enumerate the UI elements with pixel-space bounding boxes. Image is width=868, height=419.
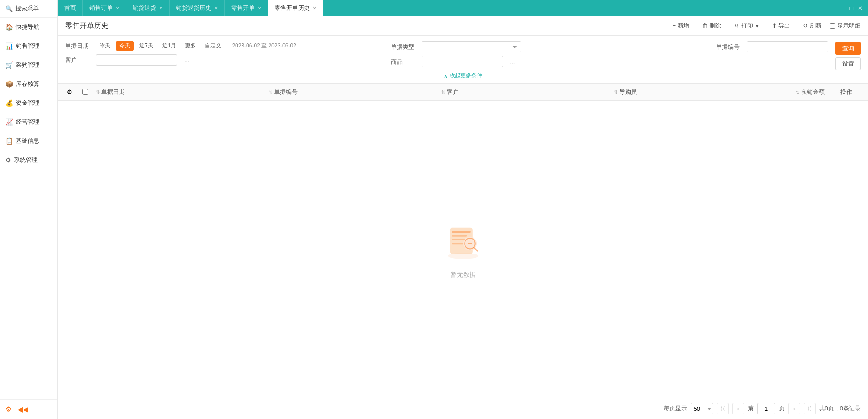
operations-icon: 📈 bbox=[5, 118, 13, 126]
col-salesperson-label: 导购员 bbox=[619, 88, 637, 96]
type-select[interactable] bbox=[422, 41, 521, 52]
settings-icon[interactable]: ⚙ bbox=[5, 405, 12, 414]
sidebar-item-basic-info[interactable]: 📋 基础信息 bbox=[0, 132, 57, 151]
svg-rect-2 bbox=[452, 231, 471, 233]
col-customer-sort-icon[interactable]: ⇅ bbox=[441, 89, 445, 94]
tab-home[interactable]: 首页 bbox=[58, 0, 83, 16]
print-dropdown-icon[interactable]: ▼ bbox=[755, 24, 759, 28]
sidebar-item-quick-nav[interactable]: 🏠 快捷导航 bbox=[0, 18, 57, 37]
sidebar-item-operations[interactable]: 📈 经营管理 bbox=[0, 113, 57, 132]
tab-sales-return-history[interactable]: 销货退货历史 ✕ bbox=[170, 0, 225, 16]
page-suffix: 页 bbox=[779, 405, 785, 413]
export-button[interactable]: ⬆ 导出 bbox=[768, 20, 795, 32]
date-btn-today[interactable]: 今天 bbox=[116, 41, 134, 51]
tab-retail-open-close[interactable]: ✕ bbox=[257, 5, 261, 11]
tab-retail-open-history[interactable]: 零售开单历史 ✕ bbox=[268, 0, 323, 16]
col-amount-sort-icon[interactable]: ⇅ bbox=[796, 90, 799, 95]
date-btn-7days[interactable]: 近7天 bbox=[136, 41, 157, 51]
settings-button[interactable]: 设置 bbox=[835, 57, 861, 70]
svg-rect-4 bbox=[452, 239, 465, 240]
customer-dots: ... bbox=[185, 56, 190, 63]
collapse-filter-label: 收起更多条件 bbox=[450, 72, 482, 80]
first-page-btn[interactable]: ⟨⟨ bbox=[717, 403, 729, 414]
sidebar-search[interactable]: 🔍 搜索采单 bbox=[0, 0, 57, 18]
customer-input[interactable] bbox=[96, 54, 177, 66]
svg-rect-3 bbox=[452, 235, 467, 236]
empty-text: 暂无数据 bbox=[451, 271, 476, 279]
table-select-all-col[interactable] bbox=[78, 89, 92, 95]
show-detail-checkbox[interactable]: 显示明细 bbox=[830, 22, 861, 30]
collapse-filter-button[interactable]: ∧ 收起更多条件 bbox=[65, 71, 861, 80]
total-info: 共0页，0条记录 bbox=[819, 405, 861, 413]
next-page-btn[interactable]: ＞ bbox=[788, 403, 800, 414]
table-area: ⚙ ⇅ 单据日期 ⇅ 单据编号 ⇅ 客户 ⇅ 导购员 ⇅ bbox=[58, 84, 868, 419]
delete-label: 🗑 删除 bbox=[702, 22, 721, 30]
sidebar-item-sys-mgmt[interactable]: ⚙ 系统管理 bbox=[0, 151, 57, 169]
tab-sales-return[interactable]: 销货退货 ✕ bbox=[126, 0, 170, 16]
table-gear-icon[interactable]: ⚙ bbox=[67, 89, 72, 95]
collapse-arrow-icon: ∧ bbox=[444, 73, 448, 79]
date-btn-more[interactable]: 更多 bbox=[181, 41, 199, 51]
sidebar-item-label: 系统管理 bbox=[14, 156, 38, 164]
tab-sales-order[interactable]: 销售订单 ✕ bbox=[83, 0, 126, 16]
number-filter-label: 单据编号 bbox=[716, 43, 741, 51]
date-btn-yesterday[interactable]: 昨天 bbox=[96, 41, 114, 51]
col-number-sort-icon[interactable]: ⇅ bbox=[269, 89, 272, 94]
tab-sales-return-close[interactable]: ✕ bbox=[159, 5, 163, 11]
sidebar-item-finance[interactable]: 💰 资金管理 bbox=[0, 94, 57, 113]
tab-retail-open[interactable]: 零售开单 ✕ bbox=[225, 0, 268, 16]
prev-page-btn[interactable]: ＜ bbox=[732, 403, 744, 414]
tab-sales-order-label: 销售订单 bbox=[89, 4, 113, 12]
sidebar-item-inventory[interactable]: 📦 库存核算 bbox=[0, 75, 57, 94]
sidebar-bottom: ⚙ ◀◀ bbox=[0, 399, 57, 419]
page-input[interactable] bbox=[757, 403, 775, 414]
tab-sales-return-history-close[interactable]: ✕ bbox=[214, 5, 218, 11]
show-detail-input[interactable] bbox=[830, 23, 835, 29]
maximize-btn[interactable]: □ bbox=[849, 5, 853, 12]
table-settings-col[interactable]: ⚙ bbox=[62, 89, 78, 95]
goods-input[interactable] bbox=[422, 56, 503, 67]
last-page-btn[interactable]: ⟩⟩ bbox=[804, 403, 816, 414]
export-label: ⬆ 导出 bbox=[772, 22, 791, 30]
per-page-label: 每页显示 bbox=[664, 405, 687, 413]
minimize-btn[interactable]: — bbox=[839, 5, 845, 12]
select-all-checkbox[interactable] bbox=[82, 89, 88, 95]
refresh-button[interactable]: ↻ 刷新 bbox=[798, 20, 826, 32]
filter-row-type: 单据类型 bbox=[391, 41, 709, 52]
add-button[interactable]: + 新增 bbox=[668, 20, 693, 32]
close-btn-window[interactable]: ✕ bbox=[858, 5, 863, 12]
filter-row-date: 单据日期 昨天 今天 近7天 近1月 更多 自定义 2023-06-02 至 2… bbox=[65, 41, 384, 51]
tab-sales-order-close[interactable]: ✕ bbox=[115, 5, 119, 11]
col-actions-label: 操作 bbox=[840, 89, 852, 95]
svg-line-8 bbox=[474, 247, 477, 251]
toolbar-actions: + 新增 🗑 删除 🖨 打印 ▼ ⬆ 导出 ↻ 刷新 显示明细 bbox=[668, 20, 861, 32]
purchase-icon: 🛒 bbox=[5, 61, 13, 69]
date-btn-1month[interactable]: 近1月 bbox=[159, 41, 180, 51]
collapse-sidebar-icon[interactable]: ◀◀ bbox=[17, 405, 28, 414]
goods-dots: ... bbox=[510, 58, 515, 65]
refresh-label: ↻ 刷新 bbox=[803, 22, 821, 30]
sidebar: 🔍 搜索采单 🏠 快捷导航 📊 销售管理 🛒 采购管理 📦 库存核算 💰 资金管… bbox=[0, 0, 58, 419]
date-btn-custom[interactable]: 自定义 bbox=[201, 41, 225, 51]
tab-retail-open-history-close[interactable]: ✕ bbox=[313, 5, 317, 11]
number-input[interactable] bbox=[747, 41, 828, 52]
col-number-label: 单据编号 bbox=[274, 88, 298, 96]
tab-home-label: 首页 bbox=[64, 4, 76, 12]
query-button[interactable]: 查询 bbox=[835, 42, 861, 55]
per-page-select[interactable]: 50 10 20 100 bbox=[691, 403, 713, 414]
sidebar-item-label: 经营管理 bbox=[16, 118, 39, 126]
delete-button[interactable]: 🗑 删除 bbox=[697, 20, 726, 32]
col-salesperson: ⇅ 导购员 bbox=[610, 88, 783, 96]
filter-area: 单据日期 昨天 今天 近7天 近1月 更多 自定义 2023-06-02 至 2… bbox=[58, 36, 868, 84]
col-customer: ⇅ 客户 bbox=[438, 88, 611, 96]
col-date-sort-icon[interactable]: ⇅ bbox=[96, 89, 100, 94]
col-date: ⇅ 单据日期 bbox=[92, 88, 265, 96]
col-actions: 操作 bbox=[828, 88, 864, 96]
col-date-label: 单据日期 bbox=[101, 88, 125, 96]
col-salesperson-sort-icon[interactable]: ⇅ bbox=[614, 89, 617, 94]
date-filter-buttons: 昨天 今天 近7天 近1月 更多 自定义 bbox=[96, 41, 225, 51]
sidebar-item-purchase-mgmt[interactable]: 🛒 采购管理 bbox=[0, 56, 57, 75]
sidebar-item-sales-mgmt[interactable]: 📊 销售管理 bbox=[0, 37, 57, 56]
print-button[interactable]: 🖨 打印 ▼ bbox=[729, 20, 764, 32]
page-title: 零售开单历史 bbox=[65, 21, 667, 31]
